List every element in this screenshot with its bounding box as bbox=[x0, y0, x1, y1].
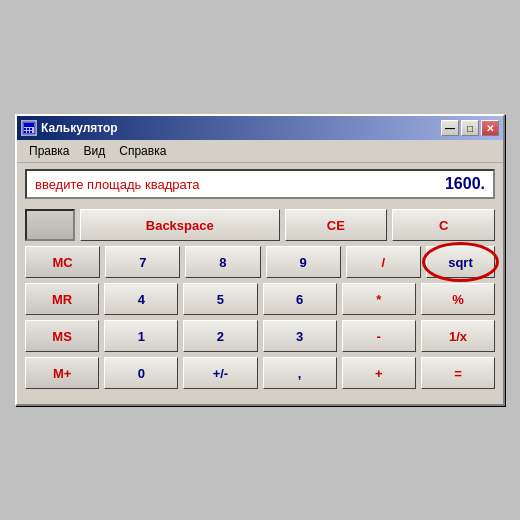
n8-button[interactable]: 8 bbox=[185, 246, 260, 278]
svg-rect-1 bbox=[24, 123, 34, 127]
maximize-button[interactable]: □ bbox=[461, 120, 479, 136]
display-area: введите площадь квадрата 1600. bbox=[25, 169, 495, 199]
c-button[interactable]: C bbox=[392, 209, 495, 241]
title-bar: Калькулятор — □ ✕ bbox=[17, 116, 503, 140]
n6-button[interactable]: 6 bbox=[263, 283, 337, 315]
button-row-5: M+ 0 +/- , + = bbox=[25, 357, 495, 389]
n5-button[interactable]: 5 bbox=[183, 283, 257, 315]
svg-rect-5 bbox=[24, 131, 26, 133]
close-button[interactable]: ✕ bbox=[481, 120, 499, 136]
ce-button[interactable]: CE bbox=[285, 209, 388, 241]
divide-button[interactable]: / bbox=[346, 246, 421, 278]
title-text: Калькулятор bbox=[41, 121, 118, 135]
calculator-window: Калькулятор — □ ✕ Правка Вид Справка вве… bbox=[15, 114, 505, 406]
n2-button[interactable]: 2 bbox=[183, 320, 257, 352]
app-icon bbox=[21, 120, 37, 136]
plus-button[interactable]: + bbox=[342, 357, 416, 389]
button-row-1: Backspace CE C bbox=[25, 209, 495, 241]
sqrt-container: sqrt bbox=[426, 246, 495, 278]
title-bar-left: Калькулятор bbox=[21, 120, 118, 136]
svg-rect-2 bbox=[24, 128, 26, 130]
sqrt-button[interactable]: sqrt bbox=[426, 246, 495, 278]
equals-button[interactable]: = bbox=[421, 357, 495, 389]
n7-button[interactable]: 7 bbox=[105, 246, 180, 278]
button-row-4: MS 1 2 3 - 1/x bbox=[25, 320, 495, 352]
minimize-button[interactable]: — bbox=[441, 120, 459, 136]
svg-rect-7 bbox=[30, 131, 32, 133]
mr-button[interactable]: MR bbox=[25, 283, 99, 315]
menu-spravka[interactable]: Справка bbox=[113, 142, 172, 160]
n1-button[interactable]: 1 bbox=[104, 320, 178, 352]
ms-button[interactable]: MS bbox=[25, 320, 99, 352]
button-row-3: MR 4 5 6 * % bbox=[25, 283, 495, 315]
n9-button[interactable]: 9 bbox=[266, 246, 341, 278]
backspace-button[interactable]: Backspace bbox=[80, 209, 280, 241]
decimal-button[interactable]: , bbox=[263, 357, 337, 389]
memory-display bbox=[25, 209, 75, 241]
plusminus-button[interactable]: +/- bbox=[183, 357, 257, 389]
display-value: 1600. bbox=[445, 175, 485, 193]
menu-vid[interactable]: Вид bbox=[78, 142, 112, 160]
mc-button[interactable]: MC bbox=[25, 246, 100, 278]
menu-bar: Правка Вид Справка bbox=[17, 140, 503, 163]
multiply-button[interactable]: * bbox=[342, 283, 416, 315]
menu-pravka[interactable]: Правка bbox=[23, 142, 76, 160]
title-buttons: — □ ✕ bbox=[441, 120, 499, 136]
mplus-button[interactable]: M+ bbox=[25, 357, 99, 389]
minus-button[interactable]: - bbox=[342, 320, 416, 352]
display-hint: введите площадь квадрата bbox=[35, 177, 199, 192]
svg-rect-4 bbox=[30, 128, 32, 130]
n3-button[interactable]: 3 bbox=[263, 320, 337, 352]
n4-button[interactable]: 4 bbox=[104, 283, 178, 315]
calc-body: Backspace CE C MC 7 8 9 / sqrt MR 4 5 6 … bbox=[17, 203, 503, 404]
n0-button[interactable]: 0 bbox=[104, 357, 178, 389]
button-row-2: MC 7 8 9 / sqrt bbox=[25, 246, 495, 278]
svg-rect-6 bbox=[27, 131, 29, 133]
percent-button[interactable]: % bbox=[421, 283, 495, 315]
svg-rect-3 bbox=[27, 128, 29, 130]
inverse-button[interactable]: 1/x bbox=[421, 320, 495, 352]
